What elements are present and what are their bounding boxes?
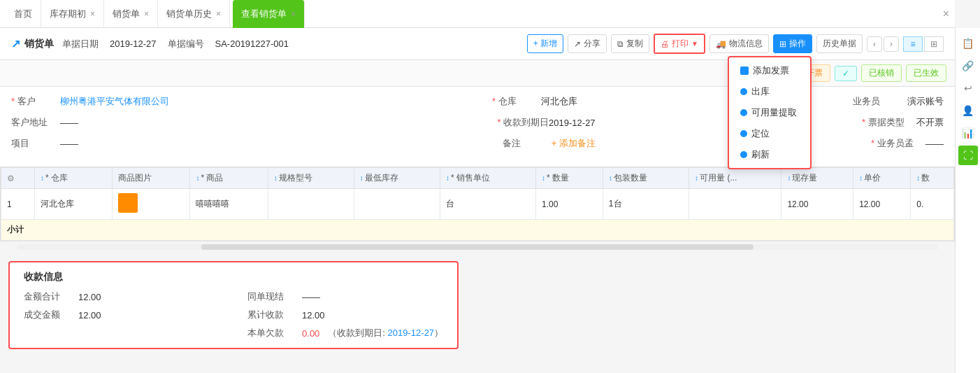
toolbar: + 新增 ↗ 分享 ⧉ 复制 🖨 打印 ▼ 🚚 物流信息 ⊞ 操作: [527, 34, 944, 54]
row-amount: 0.: [911, 189, 954, 220]
tab-history-close[interactable]: ×: [216, 9, 221, 19]
cumulative-receipt-row: 累计收款 12.00: [247, 309, 443, 321]
logistics-button[interactable]: 🚚 物流信息: [709, 34, 769, 53]
horizontal-scrollbar[interactable]: [17, 244, 938, 250]
tab-history[interactable]: 销货单历史 ×: [158, 0, 230, 28]
tab-history-label: 销货单历史: [166, 8, 212, 20]
share-label: 分享: [584, 38, 600, 50]
tab-home[interactable]: 首页: [6, 0, 41, 28]
subtotal-row: 小计: [1, 220, 954, 241]
row-min-stock: [354, 189, 440, 220]
col-gear[interactable]: ⚙: [1, 168, 35, 189]
row-pack-qty: 1台: [603, 189, 689, 220]
next-arrow[interactable]: ›: [884, 36, 899, 52]
sidebar-clipboard-icon[interactable]: 📋: [958, 34, 978, 53]
tab-inventory[interactable]: 库存期初 ×: [41, 0, 104, 28]
sidebar-chart-icon[interactable]: 📊: [958, 123, 978, 143]
row-available: [689, 189, 781, 220]
doc-header: ↗ 销货单 单据日期 2019-12-27 单据编号 SA-20191227-0…: [0, 28, 955, 60]
tab-bar-close-button[interactable]: ×: [943, 8, 949, 20]
refresh-item[interactable]: 刷新: [729, 144, 810, 165]
outstanding-label: 本单欠款: [247, 327, 296, 339]
doc-title: ↗ 销货单: [11, 37, 54, 50]
sidebar-user-icon[interactable]: 👤: [958, 101, 978, 120]
amount-total-value: 12.00: [78, 292, 101, 302]
tab-inventory-close[interactable]: ×: [90, 9, 95, 19]
refresh-icon: [740, 151, 747, 158]
customer-field: 客户 柳州粤港平安气体有限公司: [11, 95, 492, 108]
cancelled-button[interactable]: 已核销: [861, 64, 902, 82]
scroll-area[interactable]: [0, 244, 955, 250]
refresh-label: 刷新: [751, 148, 770, 161]
add-invoice-label: 添加发票: [753, 64, 789, 77]
locate-icon: [740, 130, 747, 137]
row-spec: [268, 189, 354, 220]
row-current-stock: 12.00: [781, 189, 853, 220]
grid-view-button[interactable]: ⊞: [924, 36, 944, 52]
tab-sales[interactable]: 销货单 ×: [104, 0, 158, 28]
cumulative-receipt-value: 12.00: [302, 310, 325, 321]
add-note-button[interactable]: + 添加备注: [552, 137, 596, 150]
col-product-img: 商品图片: [113, 168, 190, 189]
available-qty-item[interactable]: 可用量提取: [729, 102, 810, 123]
same-order-settle-label: 同单现结: [247, 290, 296, 303]
add-invoice-item[interactable]: 添加发票: [729, 60, 810, 81]
add-invoice-icon: [740, 66, 749, 75]
effective-button[interactable]: 已生效: [906, 64, 946, 82]
tab-view-close[interactable]: ×: [291, 9, 296, 19]
ticket-type-label: 票据类型: [862, 116, 911, 129]
locate-item[interactable]: 定位: [729, 123, 810, 144]
copy-label: 复制: [626, 38, 643, 50]
sidebar-return-icon[interactable]: ↩: [958, 78, 978, 98]
share-icon: ↗: [574, 39, 581, 49]
doc-title-area: ↗ 销货单 单据日期 2019-12-27 单据编号 SA-20191227-0…: [11, 37, 289, 50]
history-button[interactable]: 历史单据: [816, 34, 863, 53]
print-dropdown-icon: ▼: [691, 40, 698, 48]
new-button[interactable]: + 新增: [527, 34, 563, 53]
locate-label: 定位: [751, 127, 770, 140]
sidebar-expand-icon[interactable]: ⛶: [958, 146, 978, 165]
subtotal-label: 小计: [1, 220, 954, 241]
same-order-settle-value: ——: [302, 292, 320, 302]
cumulative-receipt-label: 累计收款: [247, 309, 296, 321]
customer-value[interactable]: 柳州粤港平安气体有限公司: [60, 95, 169, 108]
note-field: 备注 + 添加备注: [503, 137, 871, 150]
operate-button[interactable]: ⊞ 操作 添加发票 出库 可用量提取: [773, 34, 812, 53]
project-label: 项目: [11, 137, 60, 150]
sidebar-link-icon[interactable]: 🔗: [958, 56, 978, 76]
payment-date-label: 收款到期日: [497, 116, 549, 129]
due-date: 2019-12-27: [388, 328, 435, 338]
row-product: 嘻嘻嘻嘻: [190, 189, 268, 220]
outbound-item[interactable]: 出库: [729, 81, 810, 102]
settings-icon[interactable]: ⚙: [7, 174, 15, 183]
col-current-stock: ↕现存量: [781, 168, 853, 189]
tab-bar: 首页 库存期初 × 销货单 × 销货单历史 × 查看销货单 × ×: [0, 0, 955, 28]
prev-arrow[interactable]: ‹: [867, 36, 882, 52]
form-area: 客户 柳州粤港平安气体有限公司 仓库 河北仓库 业务员 演示账号 客户地址 ——…: [0, 87, 955, 167]
copy-button[interactable]: ⧉ 复制: [611, 34, 649, 53]
project-field: 项目 ——: [11, 137, 503, 150]
list-view-button[interactable]: ≡: [903, 36, 923, 52]
available-qty-label: 可用量提取: [751, 106, 797, 119]
scrollbar-thumb[interactable]: [201, 244, 754, 250]
tab-sales-close[interactable]: ×: [144, 9, 149, 19]
print-button[interactable]: 🖨 打印 ▼: [654, 34, 705, 54]
available-qty-icon: [740, 109, 747, 116]
col-available: ↕可用量 (...: [689, 168, 781, 189]
number-value: SA-20191227-001: [215, 38, 289, 49]
tab-view[interactable]: 查看销货单 ×: [233, 0, 305, 28]
tab-home-label: 首页: [14, 8, 32, 20]
checked-icon: ✓: [835, 66, 857, 81]
row-product-img: [113, 189, 190, 220]
table-row: 1 河北仓库 嘻嘻嘻嘻 台 1.00 1台 12.00 12.00 0.: [1, 189, 954, 220]
doc-meta: 单据日期 2019-12-27 单据编号 SA-20191227-001: [62, 38, 289, 50]
share-button[interactable]: ↗ 分享: [568, 34, 607, 53]
summary-grid: 金额合计 12.00 同单现结 —— 成交金额 12.00 累计收款 12.00: [24, 290, 443, 339]
copy-icon: ⧉: [617, 39, 624, 49]
right-sidebar: 📋 🔗 ↩ 👤 📊 ⛶: [955, 28, 980, 358]
product-table-wrapper: ⚙ ↕* 仓库 商品图片 ↕* 商品 ↕规格型号 ↕最低库存 ↕* 销售单位 ↕…: [0, 167, 955, 241]
outbound-icon: [740, 88, 747, 95]
date-value: 2019-12-27: [110, 38, 157, 49]
note-label: 备注: [503, 137, 552, 150]
customer-label: 客户: [11, 95, 60, 108]
